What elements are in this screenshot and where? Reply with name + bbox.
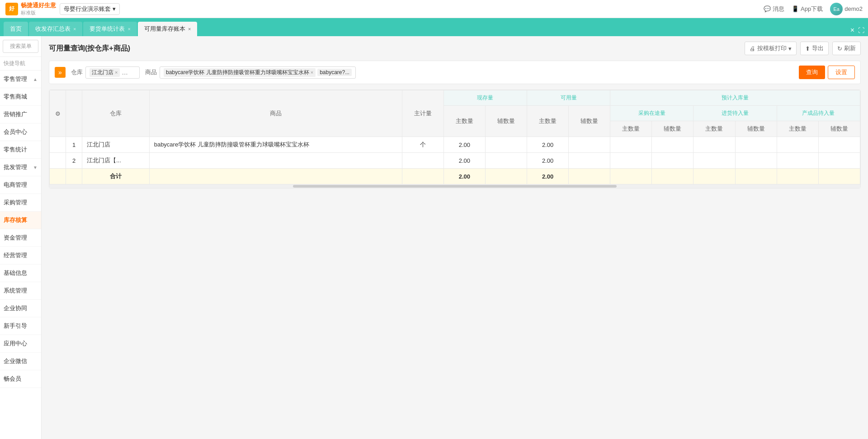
print-template-btn[interactable]: 🖨 按模板打印 ▾ bbox=[745, 42, 797, 55]
tab-stock-summary-close[interactable]: × bbox=[73, 26, 76, 32]
tab-available-inventory[interactable]: 可用量库存账本 × bbox=[138, 22, 197, 36]
tab-order-stats[interactable]: 要货单统计表 × bbox=[83, 22, 137, 36]
sidebar-item-enterprise[interactable]: 企业协同 bbox=[0, 300, 41, 317]
th-settings[interactable]: ⚙ bbox=[50, 90, 66, 137]
product-tag-1: babycare学饮杯 儿童防摔防撞吸管杯重力球吸嘴杯宝宝水杯 × bbox=[164, 68, 316, 77]
sidebar-label-enterprise: 企业协同 bbox=[4, 304, 27, 312]
industry-label: 母婴行业演示账套 bbox=[64, 5, 111, 13]
sidebar-item-inventory[interactable]: 库存核算 bbox=[0, 212, 41, 229]
sidebar-item-beginner[interactable]: 新手引导 bbox=[0, 317, 41, 335]
horizontal-scrollbar[interactable] bbox=[49, 184, 860, 188]
sidebar-label-beginner: 新手引导 bbox=[4, 322, 27, 330]
close-all-tabs-btn[interactable]: × bbox=[850, 26, 854, 34]
nav-right: × ⛶ bbox=[850, 26, 864, 36]
sidebar-item-wholesale[interactable]: 批发管理 ▼ bbox=[0, 159, 41, 176]
search-menu-btn[interactable]: 搜索菜单 bbox=[3, 40, 38, 53]
th-avail-main: 主数量 bbox=[527, 106, 569, 137]
sidebar-label-basic-info: 基础信息 bbox=[4, 269, 27, 277]
app-download-btn[interactable]: 📱 App下载 bbox=[792, 5, 823, 13]
warehouse-more-dots[interactable]: ... bbox=[122, 68, 127, 76]
scroll-thumb[interactable] bbox=[293, 185, 617, 188]
cell-unit-0: 个 bbox=[402, 137, 443, 153]
tab-home[interactable]: 首页 bbox=[4, 22, 28, 36]
cell-prod-sub-1 bbox=[818, 153, 860, 169]
filter-bar: » 仓库 江北门店 × ... 商品 babyca bbox=[49, 61, 861, 84]
sidebar-item-finance[interactable]: 资金管理 bbox=[0, 229, 41, 247]
cell-inc-main-0 bbox=[693, 137, 735, 153]
product-filter-tags[interactable]: babycare学饮杯 儿童防摔防撞吸管杯重力球吸嘴杯宝宝水杯 × babyca… bbox=[160, 66, 356, 79]
home-tab-label: 首页 bbox=[10, 25, 22, 33]
sidebar-item-system[interactable]: 系统管理 bbox=[0, 282, 41, 300]
industry-selector[interactable]: 母婴行业演示账套 ▾ bbox=[60, 3, 120, 15]
sidebar-label-inventory: 库存核算 bbox=[4, 216, 27, 224]
refresh-label: 刷新 bbox=[844, 44, 856, 52]
sidebar-label-system: 系统管理 bbox=[4, 287, 27, 295]
logo-icon: 好 bbox=[5, 3, 18, 15]
cell-stock-sub-0 bbox=[485, 137, 527, 153]
product-tag-1-remove[interactable]: × bbox=[311, 70, 313, 75]
sidebar-item-retail-stats[interactable]: 零售统计 bbox=[0, 141, 41, 159]
phone-icon: 📱 bbox=[792, 5, 799, 12]
export-btn[interactable]: ⬆ 导出 bbox=[800, 42, 829, 55]
refresh-btn[interactable]: ↻ 刷新 bbox=[832, 42, 861, 55]
page-title: 可用量查询(按仓库+商品) bbox=[49, 44, 130, 53]
message-icon: 💬 bbox=[764, 5, 771, 12]
table-row: 2 江北门店【... 2.00 2.00 bbox=[50, 153, 860, 169]
sidebar-item-marketing[interactable]: 营销推广 bbox=[0, 106, 41, 123]
message-label: 消息 bbox=[773, 5, 784, 13]
sidebar-item-retail-store[interactable]: 零售商城 bbox=[0, 88, 41, 106]
cell-product-1 bbox=[149, 153, 402, 169]
sidebar-item-enterprise-wechat[interactable]: 企业微信 bbox=[0, 353, 41, 370]
warehouse-filter-group: 仓库 江北门店 × ... bbox=[71, 66, 140, 79]
sidebar-item-retail-management[interactable]: 零售管理 ▲ bbox=[0, 71, 41, 88]
top-bar-left: 好 畅捷通好生意 标准版 母婴行业演示账套 ▾ bbox=[5, 1, 120, 16]
tab-order-stats-close[interactable]: × bbox=[127, 26, 130, 32]
sidebar-label-marketing: 营销推广 bbox=[4, 110, 27, 118]
warehouse-tag: 江北门店 × bbox=[90, 68, 120, 77]
avatar: Ea bbox=[830, 3, 843, 15]
nav-tabs: 首页 收发存汇总表 × 要货单统计表 × 可用量库存账本 × × ⛶ bbox=[0, 18, 868, 36]
sidebar-label-member: 会员中心 bbox=[4, 128, 27, 136]
cell-avail-sub-1 bbox=[569, 153, 610, 169]
export-icon: ⬆ bbox=[805, 45, 810, 52]
sidebar-item-member-plus[interactable]: 畅会员 bbox=[0, 370, 41, 388]
retail-management-arrow-icon: ▲ bbox=[33, 77, 38, 82]
cell-stock-main-0: 2.00 bbox=[443, 137, 485, 153]
cell-inc-sub-0 bbox=[735, 137, 777, 153]
sidebar-item-member[interactable]: 会员中心 bbox=[0, 123, 41, 141]
page-actions: 🖨 按模板打印 ▾ ⬆ 导出 ↻ 刷新 bbox=[745, 42, 861, 55]
th-inc-main: 主数量 bbox=[693, 121, 735, 137]
sidebar-item-app-center[interactable]: 应用中心 bbox=[0, 335, 41, 353]
cell-settings-1 bbox=[50, 153, 66, 169]
sidebar-label-ecommerce: 电商管理 bbox=[4, 181, 27, 189]
message-btn[interactable]: 💬 消息 bbox=[764, 5, 784, 13]
warehouse-tag-remove[interactable]: × bbox=[115, 70, 118, 75]
warehouse-filter-tags[interactable]: 江北门店 × ... bbox=[85, 66, 140, 79]
cell-warehouse-0: 江北门店 bbox=[82, 137, 150, 153]
sidebar-item-ecommerce[interactable]: 电商管理 bbox=[0, 176, 41, 194]
sidebar-item-business[interactable]: 经营管理 bbox=[0, 247, 41, 264]
tab-stock-summary[interactable]: 收发存汇总表 × bbox=[29, 22, 82, 36]
cell-avail-sub-0 bbox=[569, 137, 610, 153]
sidebar-item-basic-info[interactable]: 基础信息 bbox=[0, 264, 41, 282]
product-filter-group: 商品 babycare学饮杯 儿童防摔防撞吸管杯重力球吸嘴杯宝宝水杯 × bab… bbox=[145, 66, 356, 79]
sidebar-label-member-plus: 畅会员 bbox=[4, 375, 21, 383]
warehouse-filter-label: 仓库 bbox=[71, 68, 83, 76]
cell-pur-sub-0 bbox=[652, 137, 693, 153]
sidebar-item-purchase[interactable]: 采购管理 bbox=[0, 194, 41, 212]
query-btn[interactable]: 查询 bbox=[799, 66, 825, 79]
th-stock-sub: 辅数量 bbox=[485, 106, 527, 137]
fullscreen-btn[interactable]: ⛶ bbox=[858, 27, 864, 34]
filter-expand-btn[interactable]: » bbox=[55, 67, 66, 78]
logo-title: 畅捷通好生意 bbox=[21, 1, 56, 9]
settings-btn[interactable]: 设置 bbox=[828, 66, 855, 79]
tab-available-inventory-label: 可用量库存账本 bbox=[144, 25, 185, 33]
th-group-production: 产成品待入量 bbox=[777, 106, 860, 121]
user-area[interactable]: Ea demo2 bbox=[830, 3, 863, 15]
sidebar-quick-nav: 快捷导航 bbox=[0, 57, 41, 71]
th-pur-main: 主数量 bbox=[610, 121, 652, 137]
cell-no-1: 2 bbox=[66, 153, 82, 169]
tab-available-inventory-close[interactable]: × bbox=[188, 26, 191, 32]
print-icon: 🖨 bbox=[750, 45, 755, 52]
th-product: 商品 bbox=[149, 90, 402, 137]
